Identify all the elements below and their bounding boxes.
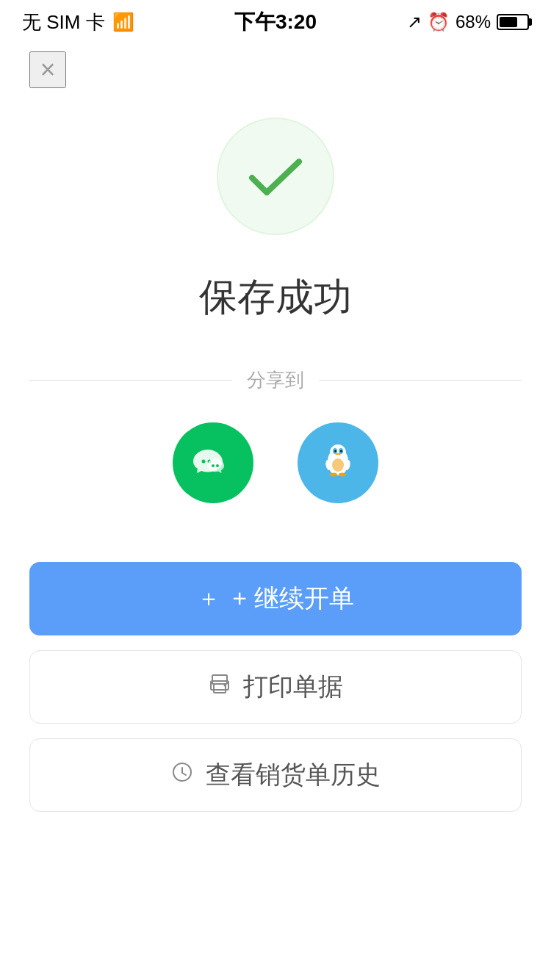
share-label: 分享到 (247, 367, 304, 393)
wechat-logo-icon (190, 444, 236, 482)
printer-icon (208, 672, 231, 702)
svg-point-4 (216, 464, 219, 467)
location-icon: ↗ (407, 12, 422, 32)
continue-order-label: + 继续开单 (232, 582, 353, 616)
svg-point-21 (224, 685, 226, 687)
svg-line-24 (182, 773, 186, 775)
checkmark-icon (246, 154, 305, 198)
plus-icon: ＋ (197, 583, 220, 615)
svg-point-3 (212, 464, 215, 467)
print-button[interactable]: 打印单据 (29, 650, 522, 724)
qq-logo-icon (316, 441, 360, 485)
carrier-text: 无 SIM 卡 (22, 10, 105, 35)
svg-point-10 (340, 450, 342, 453)
wifi-icon: 📶 (112, 12, 134, 32)
svg-point-13 (332, 458, 344, 472)
divider-row: 分享到 (29, 367, 522, 393)
divider-left (29, 380, 232, 381)
status-time: 下午3:20 (234, 8, 317, 36)
share-icons-row (173, 422, 378, 503)
qq-share-button[interactable] (298, 422, 378, 503)
svg-point-15 (339, 473, 346, 477)
history-button[interactable]: 查看销货单历史 (29, 738, 522, 812)
continue-order-button[interactable]: ＋ + 继续开单 (29, 562, 522, 635)
alarm-icon: ⏰ (428, 12, 450, 32)
main-content: 保存成功 分享到 (0, 44, 551, 980)
share-section: 分享到 (29, 367, 522, 503)
clock-icon (170, 760, 194, 790)
buttons-section: ＋ + 继续开单 打印单据 (29, 562, 522, 812)
print-label: 打印单据 (243, 670, 343, 704)
success-icon-circle (217, 118, 334, 235)
status-bar: 无 SIM 卡 📶 下午3:20 ↗ ⏰ 68% (0, 0, 551, 44)
svg-point-14 (330, 473, 337, 477)
svg-point-1 (202, 460, 206, 464)
status-left: 无 SIM 卡 📶 (22, 10, 134, 35)
battery-icon (497, 14, 529, 30)
status-right: ↗ ⏰ 68% (407, 12, 529, 32)
svg-rect-18 (212, 675, 227, 684)
divider-right (319, 380, 522, 381)
battery-percent: 68% (455, 12, 491, 32)
history-label: 查看销货单历史 (206, 758, 381, 792)
svg-point-9 (334, 450, 336, 453)
success-title: 保存成功 (199, 272, 352, 323)
wechat-share-button[interactable] (173, 422, 253, 503)
